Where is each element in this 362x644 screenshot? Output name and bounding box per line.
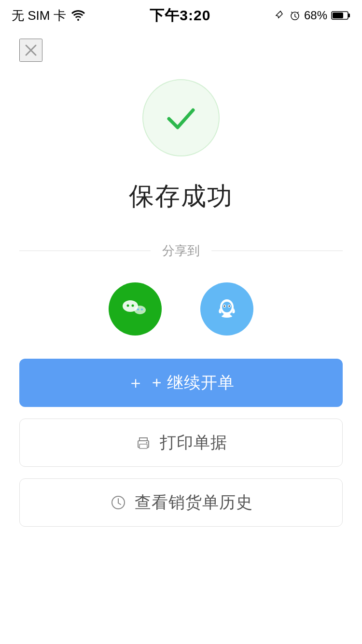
- qq-icon: [211, 294, 242, 324]
- svg-point-19: [222, 315, 232, 318]
- svg-point-7: [134, 306, 146, 314]
- printer-icon: [135, 434, 152, 451]
- battery-icon: [331, 10, 350, 21]
- main-content: 保存成功 分享到: [0, 31, 362, 527]
- clock-icon: [110, 494, 127, 511]
- svg-point-17: [229, 306, 230, 307]
- wifi-icon: [71, 10, 85, 21]
- success-title: 保存成功: [129, 180, 233, 213]
- share-label: 分享到: [162, 242, 200, 259]
- print-button[interactable]: 打印单据: [19, 419, 343, 467]
- share-section: 分享到: [0, 242, 362, 336]
- history-button[interactable]: 查看销货单历史: [19, 478, 343, 527]
- svg-point-16: [224, 306, 225, 307]
- history-label: 查看销货单历史: [135, 491, 253, 514]
- svg-point-8: [127, 305, 129, 307]
- print-label: 打印单据: [160, 432, 227, 454]
- close-button[interactable]: [19, 39, 42, 62]
- continue-button[interactable]: ＋ + 继续开单: [19, 359, 343, 407]
- success-icon-wrap: [142, 79, 220, 156]
- wechat-icon: [120, 294, 151, 324]
- no-sim-label: 无 SIM 卡: [12, 7, 66, 24]
- svg-point-9: [132, 305, 134, 307]
- status-left: 无 SIM 卡: [12, 7, 85, 24]
- battery-percentage: 68%: [304, 9, 327, 22]
- share-qq-button[interactable]: [200, 282, 253, 336]
- location-icon: [275, 10, 286, 21]
- svg-rect-3: [333, 13, 343, 18]
- share-divider: 分享到: [19, 242, 343, 259]
- status-right: 68%: [275, 9, 350, 22]
- status-bar: 无 SIM 卡 下午3:20 68%: [0, 0, 362, 31]
- action-section: ＋ + 继续开单 打印单据 查看销货单历: [0, 359, 362, 527]
- checkmark-icon: [162, 98, 200, 137]
- alarm-icon: [290, 10, 300, 21]
- svg-point-22: [146, 442, 148, 444]
- continue-label: + 继续开单: [152, 372, 235, 394]
- svg-rect-21: [139, 444, 147, 448]
- share-icons: [19, 282, 343, 336]
- svg-point-10: [137, 308, 139, 310]
- status-time: 下午3:20: [150, 6, 210, 26]
- svg-point-11: [141, 308, 143, 310]
- share-wechat-button[interactable]: [109, 282, 162, 336]
- plus-icon: ＋: [127, 372, 144, 394]
- svg-rect-2: [348, 14, 350, 17]
